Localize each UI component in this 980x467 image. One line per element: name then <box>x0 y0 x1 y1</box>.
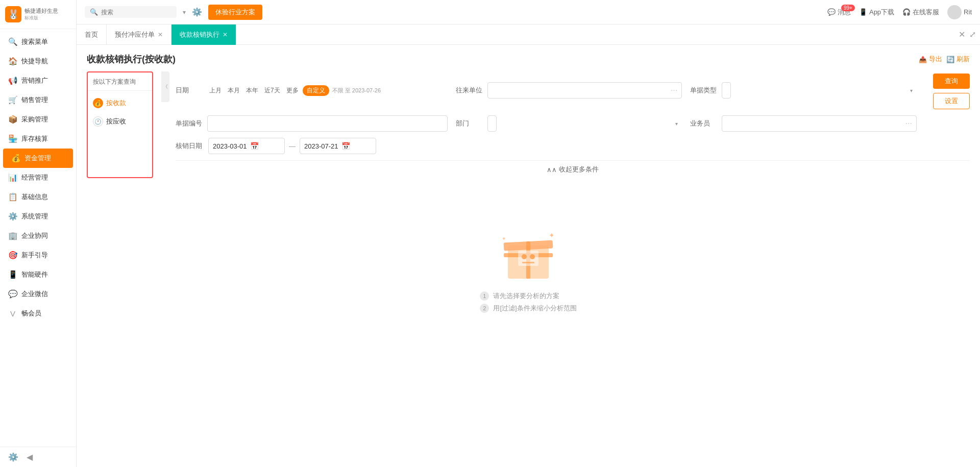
dept-select[interactable] <box>487 115 497 132</box>
filter-actions: 查询 设置 <box>925 71 970 109</box>
sidebar-item-guide[interactable]: 🎯新手引导 <box>0 245 76 265</box>
system-icon: ⚙️ <box>8 212 17 221</box>
sidebar-item-operation[interactable]: 📊经营管理 <box>0 168 76 187</box>
export-button[interactable]: 📤 导出 <box>919 55 942 64</box>
cancel-date-end-input[interactable]: 2023-07-21 📅 <box>300 138 376 154</box>
collapse-sidebar-icon[interactable]: ◀ <box>27 452 33 462</box>
topbar-chevron-icon[interactable]: ▾ <box>183 9 186 16</box>
guide-label: 新手引导 <box>21 251 48 260</box>
hardware-label: 智能硬件 <box>21 270 48 279</box>
docno-label: 单据编号 <box>176 119 204 128</box>
date-btn-7days[interactable]: 近7天 <box>262 85 282 96</box>
member-icon: V <box>8 309 17 318</box>
prepay-tab-close[interactable]: ✕ <box>158 31 163 38</box>
filter-row-1: 日期 上月 本月 本年 近7天 更多 自定义 不限 至 2023-07-26 <box>176 71 970 109</box>
page-header: 收款核销执行(按收款) 📤 导出 🔄 刷新 <box>77 45 980 65</box>
guide-icon: 🎯 <box>8 251 17 260</box>
svg-point-7 <box>522 254 527 259</box>
sidebar-item-inventory[interactable]: 🏪库存核算 <box>0 129 76 149</box>
operation-label: 经营管理 <box>21 173 48 182</box>
inventory-label: 库存核算 <box>21 134 48 143</box>
tabbar-expand-btn[interactable]: ⤢ <box>969 30 976 39</box>
doctype-select[interactable] <box>722 82 731 99</box>
export-label: 导出 <box>929 55 942 64</box>
svg-text:✦: ✦ <box>502 236 506 241</box>
sidebar-item-basic[interactable]: 📋基础信息 <box>0 187 76 207</box>
dept-label: 部门 <box>456 119 484 128</box>
staff-input[interactable]: ··· <box>722 115 917 132</box>
search-icon: 🔍 <box>8 37 17 46</box>
receipt-tab-label: 收款核销执行 <box>180 30 219 39</box>
tabbar: 首页 预付冲应付单 ✕ 收款核销执行 ✕ ✕ ⤢ <box>77 24 980 45</box>
enterprise-label: 企业协同 <box>21 231 48 240</box>
quick-nav-label: 快捷导航 <box>21 57 48 66</box>
date-btn-more[interactable]: 更多 <box>284 85 301 96</box>
settings-button[interactable]: 设置 <box>933 93 970 109</box>
topbar-user[interactable]: Rit <box>947 5 972 19</box>
filter-collapse-btn[interactable]: 《 <box>161 71 169 102</box>
filter-counterpart-group: 往来单位 ··· <box>456 82 682 99</box>
search-input[interactable] <box>101 9 167 16</box>
tab-home[interactable]: 首页 <box>77 24 107 45</box>
page-content: 收款核销执行(按收款) 📤 导出 🔄 刷新 按以下方案查询 <box>77 45 980 467</box>
page-title: 收款核销执行(按收款) <box>87 53 176 65</box>
filter-date-group: 日期 上月 本月 本年 近7天 更多 自定义 不限 至 2023-07-26 <box>176 85 448 96</box>
cal-end-icon[interactable]: 📅 <box>341 142 350 150</box>
home-tab-label: 首页 <box>85 30 98 39</box>
docno-input[interactable] <box>207 115 448 132</box>
receipt-tab-close[interactable]: ✕ <box>223 31 228 38</box>
sidebar-item-enterprise[interactable]: 🏢企业协同 <box>0 226 76 245</box>
counterpart-input[interactable]: ··· <box>487 82 682 99</box>
cancel-date-end-value: 2023-07-21 <box>304 142 338 150</box>
date-range-display: 不限 至 2023-07-26 <box>332 87 381 94</box>
sidebar-item-marketing[interactable]: 📢营销推广 <box>0 71 76 90</box>
filter-receivable-icon: 🕐 <box>93 116 103 127</box>
sidebar-item-search[interactable]: 🔍搜索菜单 <box>0 32 76 52</box>
query-button[interactable]: 查询 <box>933 73 970 89</box>
hint-num-1: 1 <box>480 291 489 301</box>
page-inner: 收款核销执行(按收款) 📤 导出 🔄 刷新 按以下方案查询 <box>77 45 980 467</box>
topbar-msg[interactable]: 💬 消息 99+ <box>827 8 851 17</box>
filter-option-receivable[interactable]: 🕐 按应收 <box>88 112 152 131</box>
tab-prepay[interactable]: 预付冲应付单 ✕ <box>107 24 172 45</box>
refresh-button[interactable]: 🔄 刷新 <box>946 55 970 64</box>
svg-rect-9 <box>522 262 534 263</box>
empty-hint-1: 1 请先选择要分析的方案 <box>480 291 576 301</box>
topbar-gear-icon[interactable]: ⚙️ <box>192 7 202 17</box>
doctype-label: 单据类型 <box>690 86 719 95</box>
settings-icon[interactable]: ⚙️ <box>8 452 18 462</box>
sidebar-item-member[interactable]: V畅会员 <box>0 304 76 323</box>
date-btn-this-month[interactable]: 本月 <box>226 85 242 96</box>
cancel-date-start-value: 2023-03-01 <box>213 142 247 150</box>
finance-icon: 💰 <box>11 154 20 163</box>
date-btn-last-month[interactable]: 上月 <box>207 85 224 96</box>
date-btn-this-year[interactable]: 本年 <box>244 85 260 96</box>
date-btn-custom[interactable]: 自定义 <box>303 85 329 96</box>
filter-option-receipt[interactable]: 💰 按收款 <box>88 94 152 112</box>
marketing-icon: 📢 <box>8 76 17 85</box>
topbar-search-box[interactable]: 🔍 <box>85 6 177 18</box>
filter-receivable-label: 按应收 <box>106 117 126 126</box>
industry-btn[interactable]: 休验行业方案 <box>208 5 262 20</box>
basic-icon: 📋 <box>8 192 17 202</box>
tab-receipt-cancel[interactable]: 收款核销执行 ✕ <box>172 24 236 45</box>
filter-receipt-icon: 💰 <box>93 98 103 108</box>
sidebar-item-quick-nav[interactable]: 🏠快捷导航 <box>0 52 76 71</box>
sidebar-item-system[interactable]: ⚙️系统管理 <box>0 207 76 226</box>
doctype-select-wrapper <box>722 82 917 99</box>
sidebar-item-sales[interactable]: 🛒销售管理 <box>0 90 76 110</box>
topbar-service[interactable]: 🎧 在线客服 <box>902 8 939 17</box>
sidebar-item-finance[interactable]: 💰资金管理 <box>3 149 73 168</box>
cal-start-icon[interactable]: 📅 <box>250 142 259 150</box>
sidebar-bottom: ⚙️ ◀ <box>0 447 76 467</box>
search-icon: 🔍 <box>90 8 98 16</box>
tabbar-close-btn[interactable]: ✕ <box>959 30 965 39</box>
cancel-date-start-input[interactable]: 2023-03-01 📅 <box>208 138 285 154</box>
sidebar-item-purchase[interactable]: 📦采购管理 <box>0 110 76 129</box>
member-label: 畅会员 <box>21 309 41 318</box>
topbar-app-download[interactable]: 📱 App下载 <box>859 8 894 17</box>
topbar-right: 💬 消息 99+ 📱 App下载 🎧 在线客服 Rit <box>827 5 972 19</box>
collapse-more-btn[interactable]: ∧∧ 收起更多条件 <box>176 160 970 178</box>
sidebar-item-hardware[interactable]: 📱智能硬件 <box>0 265 76 284</box>
sidebar-item-wechat[interactable]: 💬企业微信 <box>0 284 76 304</box>
